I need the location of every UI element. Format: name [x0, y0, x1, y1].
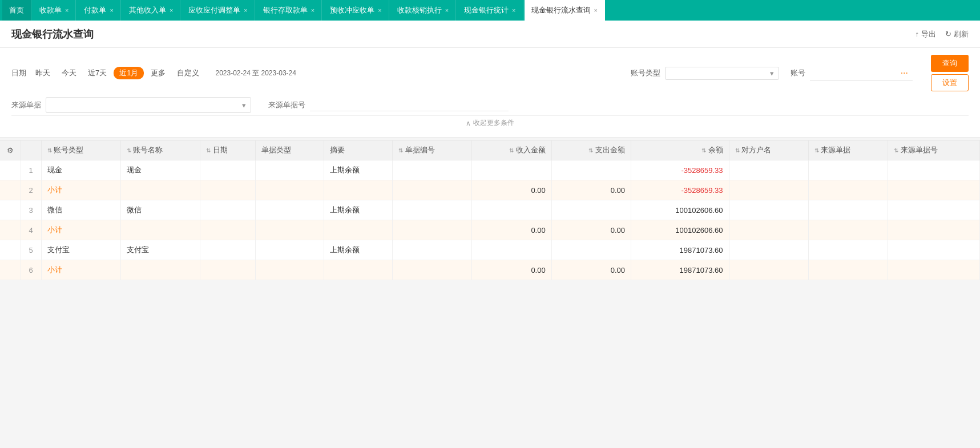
- nav-tab-bank-flow[interactable]: 现金银行流水查询 ×: [525, 0, 605, 21]
- row-source-doc: [808, 260, 888, 280]
- nav-tab-payment-close[interactable]: ×: [110, 7, 113, 14]
- row-doc-type: [255, 240, 324, 260]
- filter-row-1: 日期 昨天 今天 近7天 近1月 更多 自定义 2023-02-24 至 202…: [11, 55, 969, 91]
- account-dots-button[interactable]: ···: [898, 68, 910, 78]
- row-income: [472, 160, 551, 180]
- row-gear: [0, 180, 21, 200]
- nav-tab-adjustment-label: 应收应付调整单: [188, 5, 240, 15]
- th-doc-number[interactable]: ⇅ 单据编号: [393, 140, 472, 160]
- nav-tab-bank-stats[interactable]: 现金银行统计 ×: [457, 0, 523, 21]
- nav-tab-home[interactable]: 首页: [2, 0, 31, 21]
- row-date: [200, 240, 256, 260]
- row-doc-number: [393, 180, 472, 200]
- nav-tab-other-income-close[interactable]: ×: [170, 7, 173, 14]
- nav-tab-payment[interactable]: 付款单 ×: [77, 0, 120, 21]
- th-expense[interactable]: ⇅ 支出金额: [551, 140, 631, 160]
- nav-tab-bank-deposit-close[interactable]: ×: [311, 7, 314, 14]
- nav-tab-bank-deposit-label: 银行存取款单: [263, 5, 308, 15]
- row-balance: 19871073.60: [631, 240, 729, 260]
- filter-area: 日期 昨天 今天 近7天 近1月 更多 自定义 2023-02-24 至 202…: [0, 48, 980, 138]
- row-expense: 0.00: [551, 260, 631, 280]
- nav-tab-adjustment-close[interactable]: ×: [244, 7, 247, 14]
- th-income[interactable]: ⇅ 收入金额: [472, 140, 551, 160]
- nav-tab-payment-label: 付款单: [84, 5, 106, 15]
- th-gear: ⚙: [0, 140, 21, 160]
- th-account-type-sort-icon: ⇅: [47, 147, 52, 154]
- gear-icon[interactable]: ⚙: [7, 146, 14, 155]
- date-opt-1month[interactable]: 近1月: [114, 67, 144, 79]
- row-balance: -3528659.33: [631, 160, 729, 180]
- row-index: 1: [21, 160, 41, 180]
- nav-tab-collection-close[interactable]: ×: [445, 7, 449, 14]
- row-doc-type: [255, 220, 324, 240]
- nav-tab-receipt-close[interactable]: ×: [65, 7, 68, 14]
- row-source-doc-num: [888, 240, 980, 260]
- th-date[interactable]: ⇅ 日期: [200, 140, 256, 160]
- row-expense: [551, 200, 631, 220]
- source-doc-num-filter: 来源单据号: [268, 99, 509, 111]
- table-row: 2 小计 0.00 0.00 -3528659.33: [0, 180, 980, 200]
- row-index: 2: [21, 180, 41, 200]
- row-gear: [0, 200, 21, 220]
- th-doc-type: 单据类型: [255, 140, 324, 160]
- row-source-doc: [808, 180, 888, 200]
- row-account-type: 小计: [41, 180, 120, 200]
- row-doc-type: [255, 200, 324, 220]
- nav-tab-adjustment[interactable]: 应收应付调整单 ×: [182, 0, 255, 21]
- date-opt-more[interactable]: 更多: [146, 67, 170, 79]
- account-type-select[interactable]: ▾: [665, 67, 779, 80]
- table-row: 1 现金 现金 上期余额 -3528659.33: [0, 160, 980, 180]
- th-account-name[interactable]: ⇅ 账号名称: [120, 140, 200, 160]
- row-doc-type: [255, 160, 324, 180]
- date-opt-today[interactable]: 今天: [57, 67, 81, 79]
- nav-tab-collection[interactable]: 收款核销执行 ×: [390, 0, 456, 21]
- row-account-type: 支付宝: [41, 240, 120, 260]
- row-counterparty: [729, 160, 808, 180]
- nav-tab-receipt[interactable]: 收款单 ×: [33, 0, 76, 21]
- source-doc-num-input[interactable]: [312, 100, 506, 109]
- nav-tab-prepayment[interactable]: 预收冲应收单 ×: [323, 0, 389, 21]
- th-counterparty[interactable]: ⇅ 对方户名: [729, 140, 808, 160]
- row-counterparty: [729, 240, 808, 260]
- nav-tab-bank-deposit[interactable]: 银行存取款单 ×: [256, 0, 322, 21]
- row-doc-number: [393, 220, 472, 240]
- row-date: [200, 220, 256, 240]
- date-opt-custom[interactable]: 自定义: [172, 67, 204, 79]
- nav-tab-other-income[interactable]: 其他收入单 ×: [122, 0, 180, 21]
- th-source-doc[interactable]: ⇅ 来源单据: [808, 140, 888, 160]
- th-income-sort-icon: ⇅: [509, 147, 514, 154]
- date-options: 昨天 今天 近7天 近1月 更多 自定义: [31, 67, 204, 79]
- table-row: 4 小计 0.00 0.00 100102606.60: [0, 220, 980, 240]
- settings-button[interactable]: 设置: [931, 74, 969, 91]
- nav-tab-prepayment-close[interactable]: ×: [378, 7, 381, 14]
- row-index: 3: [21, 200, 41, 220]
- th-balance[interactable]: ⇅ 余额: [631, 140, 729, 160]
- row-account-type: 现金: [41, 160, 120, 180]
- row-date: [200, 200, 256, 220]
- row-balance: 100102606.60: [631, 200, 729, 220]
- refresh-button[interactable]: ↻ 刷新: [945, 29, 969, 39]
- nav-tab-bank-flow-close[interactable]: ×: [594, 7, 598, 14]
- row-income: [472, 200, 551, 220]
- row-counterparty: [729, 180, 808, 200]
- th-account-type[interactable]: ⇅ 账号类型: [41, 140, 120, 160]
- row-source-doc: [808, 240, 888, 260]
- collapse-bar[interactable]: ∧ 收起更多条件: [11, 115, 969, 130]
- query-button[interactable]: 查询: [931, 55, 969, 72]
- row-account-type: 微信: [41, 200, 120, 220]
- export-button[interactable]: ↑ 导出: [916, 29, 937, 39]
- row-income: 0.00: [472, 260, 551, 280]
- account-input[interactable]: ···: [810, 66, 913, 80]
- nav-tab-bank-stats-close[interactable]: ×: [512, 7, 515, 14]
- row-income: 0.00: [472, 180, 551, 200]
- row-source-doc-num: [888, 220, 980, 240]
- date-opt-7days[interactable]: 近7天: [83, 67, 111, 79]
- source-doc-select[interactable]: ▾: [46, 97, 251, 113]
- row-source-doc-num: [888, 200, 980, 220]
- row-doc-type: [255, 180, 324, 200]
- th-source-doc-num[interactable]: ⇅ 来源单据号: [888, 140, 980, 160]
- row-balance: 100102606.60: [631, 220, 729, 240]
- row-source-doc: [808, 220, 888, 240]
- row-income: [472, 240, 551, 260]
- date-opt-yesterday[interactable]: 昨天: [31, 67, 55, 79]
